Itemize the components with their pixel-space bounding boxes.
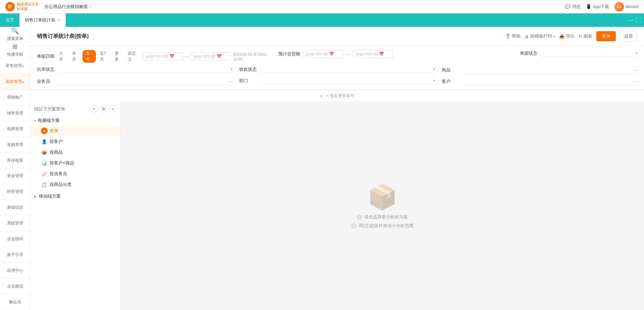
page-header: 销售订单统计表(按单) ❓ 帮助 🖨 按模板打印 ▾ 📤 导出 ↻ 刷新 — [30, 27, 644, 46]
page-actions: ❓ 帮助 🖨 按模板打印 ▾ 📤 导出 ↻ 刷新 查询 设置 — [505, 31, 637, 42]
product-dots-icon: ··· — [634, 67, 637, 72]
sidebar-item-member[interactable]: 畅会员 — [0, 294, 30, 310]
sidebar-item-search[interactable]: 🔍 搜索菜单 — [0, 27, 30, 43]
logo-icon: 好 — [5, 2, 15, 11]
scheme-item-by-category[interactable]: 📋 按商品分类 — [30, 179, 120, 190]
scheme-item-by-customer[interactable]: 👤 按客户 — [30, 136, 120, 147]
help-icon: ❓ — [505, 34, 511, 39]
tab-home[interactable]: 首页 — [0, 13, 19, 27]
date-quick-btns: 上月 本月 本年 近7天 更多 自定义 — [56, 50, 140, 63]
app-selector[interactable]: 办公用品行业模拟账套 ▾ — [42, 4, 94, 10]
top-bar-right: 💬 消息 📱 App下载 Ea demo2 — [565, 2, 639, 11]
active-badge: ● — [41, 127, 48, 134]
sidebar-item-inventory[interactable]: 库存核算 — [0, 153, 30, 168]
expected-date-end-input[interactable]: yyyy-mm-dd 📅 — [353, 50, 393, 58]
filter-row-3: 业务员 ··· 部门 ▾ 客户 ··· — [37, 78, 637, 86]
expected-date-label: 预计交货期 — [278, 51, 300, 57]
calendar-icon-exp-start: 📅 — [329, 52, 334, 56]
sidebar-item-basic[interactable]: 基础信息 — [0, 200, 30, 216]
chevron-down-icon: ▾ — [553, 35, 555, 38]
date-btn-thismonth[interactable]: 本月 — [69, 50, 81, 63]
date-btn-lastmonth[interactable]: 上月 — [56, 50, 68, 63]
customer-product-scheme-icon: 📊 — [41, 160, 48, 166]
settings-btn[interactable]: 设置 — [620, 31, 637, 42]
ship-status-select[interactable]: ▾ — [57, 66, 232, 73]
customer-scheme-icon: 👤 — [41, 138, 48, 145]
hint-step-1: 1 请先选择要分析的方案 — [357, 214, 408, 220]
add-scheme-btn[interactable]: + — [90, 105, 98, 113]
date-start-input[interactable]: yyyy-mm-dd 📅 — [143, 52, 183, 60]
product-select[interactable]: ··· — [461, 66, 637, 74]
refresh-btn[interactable]: ↻ 刷新 — [579, 33, 592, 39]
empty-illustration: 📦 — [367, 183, 397, 211]
collapse-bar[interactable]: ∧ ∧ 收起更多条件 — [30, 90, 644, 101]
date-end-input[interactable]: yyyy-mm-dd 📅 — [190, 52, 230, 60]
query-btn[interactable]: 查询 — [596, 31, 616, 41]
minimize-icon[interactable]: — — [628, 17, 633, 23]
message-btn[interactable]: 💬 消息 — [565, 4, 581, 10]
edit-scheme-btn[interactable]: ⚙ — [100, 105, 107, 113]
sidebar-item-operations[interactable]: 经营管理 — [0, 184, 30, 200]
chevron-up-icon: ▴ — [22, 80, 24, 84]
sidebar-item-purchase[interactable]: 采购管理 — [0, 137, 30, 153]
sidebar-item-ecommerce[interactable]: 电商管理 — [0, 121, 30, 137]
calendar-icon-exp-end: 📅 — [379, 52, 384, 56]
filter-bar: 单据日期 上月 本月 本年 近7天 更多 自定义 yyyy-mm-dd 📅 — [30, 46, 644, 90]
chevron-down-icon: ▾ — [22, 64, 24, 68]
scheme-item-by-salesperson[interactable]: 📈 按业务员 — [30, 168, 120, 179]
sidebar-item-apps[interactable]: 应用中心 — [0, 263, 30, 278]
sidebar-item-marketing[interactable]: 营销推广 — [0, 90, 30, 106]
sidebar-item-retail[interactable]: 零售管理 ▾ — [0, 58, 30, 74]
status-select[interactable]: ▾ — [540, 50, 637, 57]
sidebar-item-wechat[interactable]: 企业微信 — [0, 278, 30, 294]
date-btn-7days[interactable]: 近7天 — [97, 50, 111, 63]
date-btn-custom[interactable]: 自定义 — [125, 50, 140, 63]
dept-select[interactable]: ▾ — [259, 78, 435, 84]
scheme-item-by-customer-product[interactable]: 📊 按客户+商品 — [30, 158, 120, 168]
quick-nav-icon: ⊞ — [12, 43, 17, 50]
expected-date-separator: — — [346, 52, 350, 57]
tab-sales-order-stats[interactable]: 销售订单统计表 × — [19, 13, 66, 27]
sidebar-item-sales[interactable]: 销售管理 — [0, 105, 30, 121]
collect-status-select[interactable]: ▾ — [259, 66, 435, 73]
tab-bar: 首页 销售订单统计表 × — ⛶ — [0, 13, 644, 27]
sidebar-item-wholesale[interactable]: 批发管理 ▴ — [0, 74, 30, 90]
template-print-btn[interactable]: 🖨 按模板打印 ▾ — [525, 33, 555, 39]
help-btn[interactable]: ❓ 帮助 — [505, 33, 521, 39]
sidebar-item-system[interactable]: 系统管理 — [0, 216, 30, 231]
salesperson-scheme-icon: 📈 — [41, 170, 48, 177]
sidebar-item-finance[interactable]: 资金管理 — [0, 168, 30, 184]
user-profile[interactable]: Ea demo2 — [614, 2, 639, 11]
left-scheme-panel: 按以下方案查询 + ⚙ « ▾ 电脑端方案 ● 按单 👤 — [30, 101, 121, 310]
sidebar-item-guide[interactable]: 新手引导 — [0, 247, 30, 263]
customer-select[interactable]: ··· — [461, 78, 637, 86]
scheme-item-by-order[interactable]: ● 按单 — [30, 125, 120, 136]
collect-status-label: 收款状态 — [239, 66, 257, 72]
sidebar-item-collab[interactable]: 企业协同 — [0, 231, 30, 247]
date-btn-thisyear[interactable]: 本年 — [83, 50, 96, 63]
chevron-down-icon: ▾ — [433, 67, 435, 71]
sidebar-item-quick-nav[interactable]: ⊞ 快捷导航 — [0, 43, 30, 58]
step-1-num: 1 — [357, 214, 362, 220]
filter-row-1: 单据日期 上月 本月 本年 近7天 更多 自定义 yyyy-mm-dd 📅 — [37, 50, 637, 63]
salesperson-select[interactable]: ··· — [56, 78, 232, 86]
filter-row-2: 出库状态 ▾ 收款状态 ▾ 商品 ··· — [37, 66, 637, 74]
scheme-group-pc[interactable]: ▾ 电脑端方案 — [30, 115, 120, 125]
status-label: 单据状态 — [520, 50, 537, 56]
app-download-btn[interactable]: 📱 App下载 — [586, 4, 609, 10]
customer-label: 客户 — [442, 79, 459, 85]
scheme-item-by-product[interactable]: 📦 按商品 — [30, 147, 120, 158]
logo-text: 畅捷通好生意 标准版 — [17, 2, 39, 11]
message-icon: 💬 — [565, 4, 571, 9]
date-btn-more[interactable]: 更多 — [112, 50, 124, 63]
tab-close-icon[interactable]: × — [58, 18, 60, 22]
collapse-panel-btn[interactable]: « — [109, 105, 116, 113]
content-area: 销售订单统计表(按单) ❓ 帮助 🖨 按模板打印 ▾ 📤 导出 ↻ 刷新 — [30, 27, 644, 310]
expected-date-start-input[interactable]: yyyy-mm-dd 📅 — [303, 50, 343, 58]
scheme-group-mobile[interactable]: ▶ 移动端方案 — [30, 191, 120, 201]
product-label: 商品 — [442, 67, 459, 73]
page-title: 销售订单统计表(按单) — [37, 33, 89, 40]
export-btn[interactable]: 📤 导出 — [559, 33, 575, 39]
chevron-right-icon: ▶ — [34, 195, 37, 198]
maximize-icon[interactable]: ⛶ — [636, 17, 641, 23]
